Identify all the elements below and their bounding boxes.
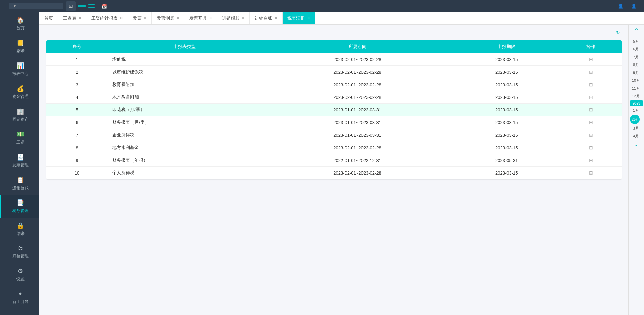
sidebar-item-salary[interactable]: 💵工资 xyxy=(0,126,39,149)
month-item-10月[interactable]: 10月 xyxy=(630,77,642,84)
month-item-1月[interactable]: 1月 xyxy=(630,107,642,114)
cell-type: 地方教育附加 xyxy=(108,91,261,104)
sidebar-icon-guide: ✦ xyxy=(18,290,23,298)
cell-action: ⊞ xyxy=(560,154,622,167)
sidebar-label-settings: 设置 xyxy=(16,276,25,282)
cell-action: ⊞ xyxy=(560,116,622,129)
tab-close-tax_register[interactable]: ✕ xyxy=(307,16,310,20)
sidebar-item-guide[interactable]: ✦新手引导 xyxy=(0,286,39,309)
action-icon-2[interactable]: ⊞ xyxy=(589,69,593,75)
sidebar-item-fund[interactable]: 💰资金管理 xyxy=(0,81,39,104)
sidebar-icon-ledger: 📒 xyxy=(17,39,24,47)
sidebar-item-archive[interactable]: 🗂归档管理 xyxy=(0,241,39,263)
cell-type: 个人所得税 xyxy=(108,167,261,179)
panel-scroll-up[interactable]: ⌃ xyxy=(633,27,639,34)
cell-no: 2 xyxy=(46,66,108,78)
table-row: 9 财务报表（年报） 2022-01-01~2022-12-31 2023-05… xyxy=(46,154,622,167)
sidebar-icon-salary: 💵 xyxy=(17,131,24,138)
tab-label-salary_table: 工资表 xyxy=(63,15,76,21)
tab-label-purchase_ledger: 进销台账 xyxy=(255,15,272,21)
sidebar-icon-home: 🏠 xyxy=(17,16,24,24)
cell-deadline: 2023-03-15 xyxy=(453,116,560,129)
cell-type: 财务报表（年报） xyxy=(108,154,261,167)
sidebar-label-purchase: 进销台账 xyxy=(12,185,29,191)
right-panel: ⌃ 5月6月7月8月9月10月11月12月20231月2月3月4月 ⌄ xyxy=(628,25,644,315)
tab-invoice_open[interactable]: 发票开具✕ xyxy=(184,12,217,25)
sidebar-item-asset[interactable]: 🏢固定资产 xyxy=(0,104,39,126)
sidebar-label-invoice: 发票管理 xyxy=(12,162,29,168)
month-item-11月[interactable]: 11月 xyxy=(630,85,642,92)
action-icon-3[interactable]: ⊞ xyxy=(589,82,593,87)
cell-type: 增值税 xyxy=(108,53,261,66)
sidebar-icon-close: 🔒 xyxy=(17,222,24,229)
cell-deadline: 2023-03-15 xyxy=(453,129,560,141)
cell-deadline: 2023-03-15 xyxy=(453,167,560,179)
cell-period: 2023-02-01~2023-02-28 xyxy=(261,91,453,104)
action-icon-6[interactable]: ⊞ xyxy=(589,120,593,125)
month-item-7月[interactable]: 7月 xyxy=(630,53,642,61)
sidebar-label-asset: 固定资产 xyxy=(12,117,29,122)
right-panel-months: 5月6月7月8月9月10月11月12月20231月2月3月4月 xyxy=(630,37,643,140)
action-icon-1[interactable]: ⊞ xyxy=(589,57,593,62)
sidebar-item-close[interactable]: 🔒结账 xyxy=(0,218,39,241)
tab-close-invoice[interactable]: ✕ xyxy=(144,16,147,20)
sidebar-item-ledger[interactable]: 📒总账 xyxy=(0,35,39,58)
month-item-4月[interactable]: 4月 xyxy=(630,132,642,140)
sidebar-icon-fund: 💰 xyxy=(17,85,24,92)
workspace-button[interactable] xyxy=(78,5,86,7)
tab-close-invoice_open[interactable]: ✕ xyxy=(209,16,212,20)
month-item-3月[interactable]: 3月 xyxy=(630,124,642,132)
cell-type: 印花税（月/季） xyxy=(108,104,261,116)
switch-version-button[interactable] xyxy=(88,4,95,8)
action-icon-10[interactable]: ⊞ xyxy=(589,170,593,176)
sidebar-icon-purchase: 📋 xyxy=(17,176,24,184)
tab-label-purchase_check: 进销稽核 xyxy=(222,15,240,21)
table-row: 2 城市维护建设税 2023-02-01~2023-02-28 2023-03-… xyxy=(46,66,622,78)
sidebar-item-tax[interactable]: 📑税务管理 xyxy=(0,195,39,218)
cell-type: 企业所得税 xyxy=(108,129,261,141)
tab-salary_table[interactable]: 工资表✕ xyxy=(58,12,86,25)
tab-close-purchase_ledger[interactable]: ✕ xyxy=(274,16,277,20)
cell-no: 8 xyxy=(46,141,108,154)
calendar-icon[interactable]: 📅 xyxy=(101,4,107,9)
sidebar-item-report[interactable]: 📊报表中心 xyxy=(0,58,39,81)
tab-close-purchase_check[interactable]: ✕ xyxy=(242,16,245,20)
tab-close-invoice_calc[interactable]: ✕ xyxy=(176,16,179,20)
company-selector[interactable]: ▾ xyxy=(9,3,63,9)
cell-period: 2022-01-01~2022-12-31 xyxy=(261,154,453,167)
tab-purchase_ledger[interactable]: 进销台账✕ xyxy=(250,12,283,25)
copy-icon[interactable]: ⊡ xyxy=(66,1,76,11)
month-item-6月[interactable]: 6月 xyxy=(630,45,642,53)
tab-tax_register[interactable]: 税表清册✕ xyxy=(283,12,315,25)
action-icon-7[interactable]: ⊞ xyxy=(589,132,593,138)
month-item-2月[interactable]: 2月 xyxy=(630,115,640,124)
cell-deadline: 2023-03-15 xyxy=(453,66,560,78)
month-item-9月[interactable]: 9月 xyxy=(630,69,642,76)
action-icon-8[interactable]: ⊞ xyxy=(589,145,593,150)
cell-deadline: 2023-03-15 xyxy=(453,53,560,66)
sidebar-label-close: 结账 xyxy=(16,231,25,237)
tab-home[interactable]: 首页 xyxy=(39,12,58,25)
month-item-12月[interactable]: 12月 xyxy=(630,92,642,100)
tab-close-salary_stat[interactable]: ✕ xyxy=(120,16,123,20)
tab-invoice[interactable]: 发票✕ xyxy=(128,12,152,25)
tab-invoice_calc[interactable]: 发票测算✕ xyxy=(152,12,184,25)
action-icon-5[interactable]: ⊞ xyxy=(589,107,593,112)
tab-purchase_check[interactable]: 进销稽核✕ xyxy=(217,12,250,25)
month-item-5月[interactable]: 5月 xyxy=(630,38,642,45)
refresh-button[interactable]: ↻ xyxy=(616,30,622,35)
tab-salary_stat[interactable]: 工资统计报表✕ xyxy=(86,12,128,25)
sidebar-item-home[interactable]: 🏠首页 xyxy=(0,12,39,35)
company-dropdown-arrow: ▾ xyxy=(14,4,16,9)
page-content: ↻ 序号 申报表类型 所属期间 申报期限 操作 xyxy=(39,25,628,315)
sidebar-item-settings[interactable]: ⚙设置 xyxy=(0,263,39,286)
cell-type: 财务报表（月/季） xyxy=(108,116,261,129)
action-icon-4[interactable]: ⊞ xyxy=(589,94,593,100)
sidebar-item-purchase[interactable]: 📋进销台账 xyxy=(0,172,39,195)
sidebar-item-member[interactable]: ◇畅会员 xyxy=(0,309,39,315)
month-item-8月[interactable]: 8月 xyxy=(630,61,642,69)
tab-close-salary_table[interactable]: ✕ xyxy=(78,16,81,20)
sidebar-item-invoice[interactable]: 🧾发票管理 xyxy=(0,149,39,172)
panel-scroll-down[interactable]: ⌄ xyxy=(633,140,639,148)
action-icon-9[interactable]: ⊞ xyxy=(589,158,593,163)
